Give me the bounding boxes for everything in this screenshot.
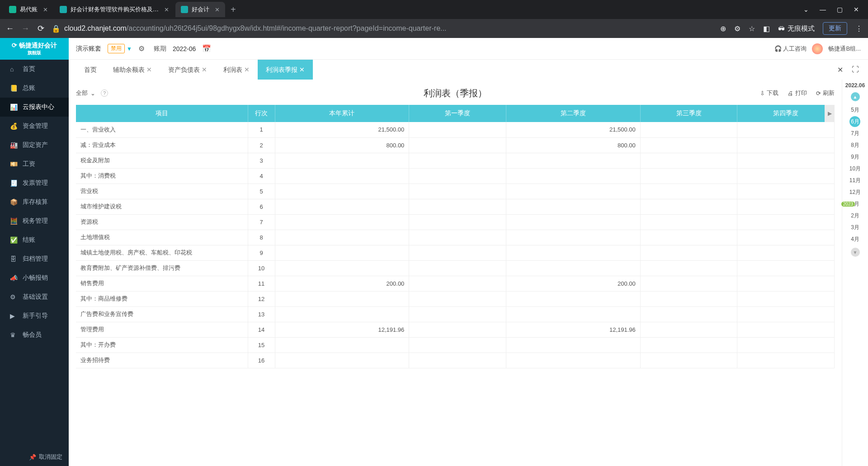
sidebar-item[interactable]: 🧮税务管理 xyxy=(0,212,69,231)
browser-tab[interactable]: 好会计财务管理软件购买价格及… ✕ xyxy=(54,2,175,17)
page-tab[interactable]: 利润表季报✕ xyxy=(258,60,313,80)
sidebar-item[interactable]: 📦库存核算 xyxy=(0,193,69,212)
sidebar-unpin[interactable]: 📌 取消固定 xyxy=(0,448,69,466)
table-row[interactable]: 土地增值税8 xyxy=(76,230,835,245)
tab-close-icon[interactable]: ✕ xyxy=(146,60,152,80)
sidebar-item[interactable]: 💴工资 xyxy=(0,155,69,174)
sidebar-icon: ⌂ xyxy=(10,66,17,73)
period-value[interactable]: 2022-06 xyxy=(173,45,196,52)
nav-forward[interactable]: → xyxy=(21,24,30,33)
rail-month[interactable]: 4月 xyxy=(851,233,859,245)
print-button[interactable]: 🖨打印 xyxy=(788,89,807,97)
table-row[interactable]: 城镇土地使用税、房产税、车船税、印花税9 xyxy=(76,245,835,260)
table-row[interactable]: 其中：开办费15 xyxy=(76,337,835,353)
table-row[interactable]: 税金及附加3 xyxy=(76,153,835,168)
table-cell xyxy=(737,184,835,199)
support-link[interactable]: 🎧 人工咨询 xyxy=(774,45,807,53)
sidebar-label: 税务管理 xyxy=(23,217,48,225)
zoom-icon[interactable]: ⊕ xyxy=(720,24,726,33)
nav-reload[interactable]: ⟳ xyxy=(36,24,45,33)
window-close[interactable]: ✕ xyxy=(854,6,859,13)
rail-scroll-down[interactable]: ▼ xyxy=(851,248,860,257)
page-tab[interactable]: 辅助余额表✕ xyxy=(105,60,160,80)
table-cell: 200.00 xyxy=(275,276,409,291)
table-row[interactable]: 其中：商品维修费12 xyxy=(76,291,835,306)
sidebar-item[interactable]: 📒总账 xyxy=(0,79,69,98)
rail-month[interactable]: 3月 xyxy=(851,221,859,233)
download-button[interactable]: ⇩下载 xyxy=(760,89,778,97)
browser-menu-icon[interactable]: ⋮ xyxy=(855,24,863,33)
table-cell xyxy=(640,337,737,353)
settings-icon[interactable]: ⚙ xyxy=(138,44,145,53)
table-scroll-right[interactable]: ▶ xyxy=(825,105,835,122)
table-row[interactable]: 销售费用11200.00200.00 xyxy=(76,276,835,291)
page-tab[interactable]: 利润表✕ xyxy=(215,60,258,80)
chevron-down-icon[interactable]: ▼ xyxy=(127,46,132,52)
calendar-icon[interactable]: 📅 xyxy=(202,44,211,53)
tab-close-icon[interactable]: ✕ xyxy=(244,60,250,80)
account-set-name[interactable]: 演示账套 xyxy=(76,45,101,53)
tabstrip-close-icon[interactable]: ✕ xyxy=(835,64,845,75)
sidebar-item[interactable]: 📊云报表中心 xyxy=(0,98,69,117)
sidebar-item[interactable]: 🏭固定资产 xyxy=(0,136,69,155)
profile-icon[interactable]: ◧ xyxy=(763,24,770,33)
sidebar-item[interactable]: ✅结账 xyxy=(0,231,69,249)
window-minimize[interactable]: — xyxy=(820,6,826,13)
table-row[interactable]: 管理费用1412,191.9612,191.96 xyxy=(76,322,835,337)
username[interactable]: 畅捷通B组... xyxy=(828,45,861,53)
sidebar-item[interactable]: 💰资金管理 xyxy=(0,117,69,136)
table-row[interactable]: 营业税5 xyxy=(76,184,835,199)
table-cell: 销售费用 xyxy=(76,276,248,291)
help-icon[interactable]: ? xyxy=(101,89,108,97)
table-row[interactable]: 教育费附加、矿产资源补偿费、排污费10 xyxy=(76,260,835,276)
rail-month[interactable]: 8月 xyxy=(851,139,859,151)
table-row[interactable]: 资源税7 xyxy=(76,214,835,230)
table-cell: 200.00 xyxy=(506,276,640,291)
tab-close-icon[interactable]: ✕ xyxy=(215,6,220,13)
table-row[interactable]: 业务招待费16 xyxy=(76,353,835,368)
table-row[interactable]: 其中：消费税4 xyxy=(76,168,835,184)
extensions-icon[interactable]: ⚙ xyxy=(734,24,741,33)
table-row[interactable]: 城市维护建设税6 xyxy=(76,199,835,214)
tab-close-icon[interactable]: ✕ xyxy=(299,60,305,80)
table-row[interactable]: 减：营业成本2800.00800.00 xyxy=(76,137,835,153)
rail-month[interactable]: 2月 xyxy=(851,210,859,221)
rail-scroll-up[interactable]: ▲ xyxy=(851,92,860,101)
browser-tab[interactable]: 易代账 ✕ xyxy=(4,2,53,17)
sidebar-item[interactable]: ⌂首页 xyxy=(0,60,69,79)
browser-tab[interactable]: 好会计 ✕ xyxy=(175,2,225,17)
page-tab[interactable]: 首页 xyxy=(76,60,105,80)
table-row[interactable]: 一、营业收入121,500.0021,500.00 xyxy=(76,122,835,137)
sidebar-item[interactable]: 📣小畅报销 xyxy=(0,268,69,287)
page-tab[interactable]: 资产负债表✕ xyxy=(160,60,215,80)
nav-back[interactable]: ← xyxy=(5,24,14,33)
sidebar-item[interactable]: ♛畅会员 xyxy=(0,325,69,344)
rail-month[interactable]: 5月 xyxy=(851,104,859,116)
rail-month[interactable]: 9月 xyxy=(851,151,859,163)
browser-update-button[interactable]: 更新 xyxy=(823,22,847,35)
tab-close-icon[interactable]: ✕ xyxy=(43,6,48,13)
sidebar-item[interactable]: ⚙基础设置 xyxy=(0,287,69,306)
tab-close-icon[interactable]: ✕ xyxy=(202,60,207,80)
rail-month[interactable]: 6月 xyxy=(849,116,860,127)
avatar[interactable] xyxy=(812,43,823,54)
filter-dropdown[interactable]: 全部 ⌄ ? xyxy=(76,89,108,97)
rail-month[interactable]: 11月 xyxy=(849,174,861,186)
refresh-button[interactable]: ⟳刷新 xyxy=(816,89,835,97)
new-tab-button[interactable]: + xyxy=(225,5,241,15)
sidebar-item[interactable]: 🧾发票管理 xyxy=(0,174,69,193)
table-row[interactable]: 广告费和业务宣传费13 xyxy=(76,306,835,322)
url-bar[interactable]: 🔒 cloud2.chanjet.com/accounting/uh26t264… xyxy=(52,24,714,33)
sidebar-item[interactable]: 🗄归档管理 xyxy=(0,249,69,268)
window-maximize[interactable]: ▢ xyxy=(837,6,843,13)
tab-close-icon[interactable]: ✕ xyxy=(164,6,169,13)
sidebar-item[interactable]: ▶新手引导 xyxy=(0,306,69,325)
rail-month[interactable]: 10月 xyxy=(849,163,861,174)
rail-month[interactable]: 12月 xyxy=(849,186,861,198)
table-cell: 15 xyxy=(248,337,275,353)
bookmark-icon[interactable]: ☆ xyxy=(749,24,755,33)
caret-down-icon[interactable]: ⌄ xyxy=(803,6,809,13)
tabstrip-fullscreen-icon[interactable]: ⛶ xyxy=(850,64,861,75)
app-logo[interactable]: ⟳ 畅捷通好会计 旗舰版 xyxy=(0,38,69,60)
rail-month[interactable]: 7月 xyxy=(851,127,859,139)
